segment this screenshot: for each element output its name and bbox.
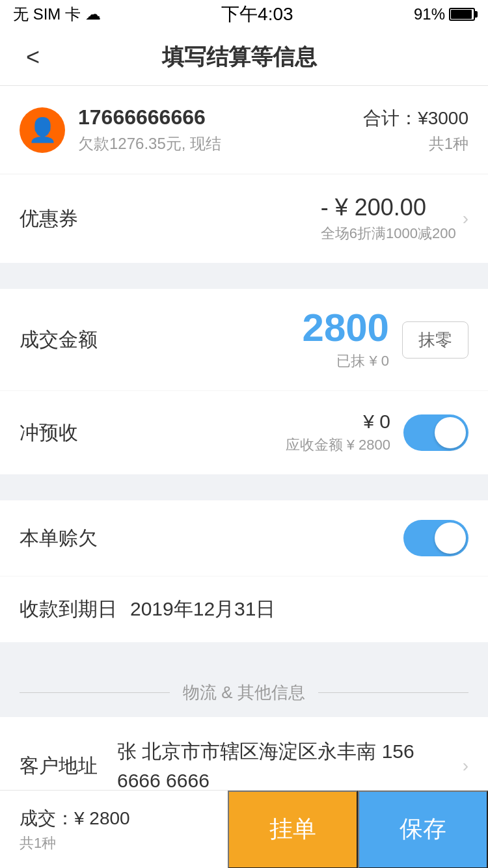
status-right: 91% <box>414 5 475 23</box>
debt-toggle-knob <box>435 522 466 554</box>
coupon-label: 优惠券 <box>20 206 78 232</box>
transaction-label: 成交金额 <box>20 327 98 353</box>
debt-section: 本单赊欠 收款到期日 2019年12月31日 <box>0 500 488 642</box>
battery-icon <box>449 8 475 21</box>
transaction-right: 2800 已抹 ¥ 0 抹零 <box>303 308 468 371</box>
bottom-bar: 成交：¥ 2800 共1种 挂单 保存 <box>0 790 488 868</box>
coupon-row[interactable]: 优惠券 - ¥ 200.00 全场6折满1000减200 › <box>0 174 488 263</box>
section-divider-3 <box>0 655 488 668</box>
precollect-amount: ¥ 0 <box>286 411 390 433</box>
divider-line-left <box>20 692 170 693</box>
bottom-deal-label: 成交： <box>20 808 74 828</box>
bottom-count: 共1种 <box>20 834 208 853</box>
logistics-divider: 物流 & 其他信息 <box>0 668 488 717</box>
transaction-amount: 2800 <box>303 308 389 347</box>
save-button[interactable]: 保存 <box>358 791 488 869</box>
precollect-right: ¥ 0 应收金额 ¥ 2800 <box>286 411 468 455</box>
divider-line-right <box>318 692 468 693</box>
battery-percent: 91% <box>414 5 445 23</box>
precollect-toggle[interactable] <box>403 414 468 451</box>
coupon-detail: 全场6折满1000减200 <box>321 224 456 243</box>
status-bar: 无 SIM 卡 ☁ 下午4:03 91% <box>0 0 488 29</box>
logistics-divider-text: 物流 & 其他信息 <box>170 681 318 704</box>
address-value: 张 北京市市辖区海淀区永丰南 156 6666 6666 <box>117 737 463 795</box>
customer-details: 17666666666 欠款1276.35元, 现结 <box>78 105 221 154</box>
coupon-discount: - ¥ 200.00 <box>321 194 456 221</box>
coupon-info: - ¥ 200.00 全场6折满1000减200 <box>321 194 456 243</box>
due-date-label: 收款到期日 <box>20 596 117 623</box>
coupon-right: - ¥ 200.00 全场6折满1000减200 › <box>321 194 468 243</box>
transaction-sub: 已抹 ¥ 0 <box>303 351 389 371</box>
customer-left: 👤 17666666666 欠款1276.35元, 现结 <box>20 105 221 154</box>
section-divider-2 <box>0 487 488 500</box>
bottom-summary: 成交：¥ 2800 共1种 <box>0 806 228 853</box>
bottom-deal-row: 成交：¥ 2800 <box>20 806 208 831</box>
total-value: ¥3000 <box>418 108 468 128</box>
debt-toggle[interactable] <box>403 520 468 556</box>
avatar: 👤 <box>20 107 65 153</box>
round-button[interactable]: 抹零 <box>402 321 468 359</box>
customer-note: 欠款1276.35元, 现结 <box>78 133 221 154</box>
transaction-amount-block: 2800 已抹 ¥ 0 <box>303 308 389 371</box>
avatar-icon: 👤 <box>28 116 57 144</box>
precollect-row: 冲预收 ¥ 0 应收金额 ¥ 2800 <box>0 391 488 474</box>
transaction-row: 成交金额 2800 已抹 ¥ 0 抹零 <box>0 289 488 391</box>
precollect-amount-block: ¥ 0 应收金额 ¥ 2800 <box>286 411 390 455</box>
precollect-label: 冲预收 <box>20 420 78 446</box>
bottom-deal-value: ¥ 2800 <box>74 808 130 828</box>
due-date-value: 2019年12月31日 <box>130 596 275 623</box>
address-chevron-icon: › <box>463 755 468 776</box>
debt-label: 本单赊欠 <box>20 525 98 552</box>
section-divider-1 <box>0 276 488 289</box>
debt-row: 本单赊欠 <box>0 500 488 576</box>
total-label: 合计： <box>363 108 418 128</box>
coupon-chevron-icon: › <box>463 208 468 229</box>
status-time: 下午4:03 <box>221 2 293 27</box>
toggle-knob <box>435 417 466 448</box>
transaction-section: 成交金额 2800 已抹 ¥ 0 抹零 冲预收 ¥ 0 应收金额 ¥ 2800 <box>0 289 488 474</box>
customer-info-row: 👤 17666666666 欠款1276.35元, 现结 合计：¥3000 共1… <box>0 86 488 174</box>
debt-right <box>403 520 468 556</box>
page-title: 填写结算等信息 <box>46 42 432 72</box>
customer-phone: 17666666666 <box>78 105 221 129</box>
hang-order-button[interactable]: 挂单 <box>228 791 358 869</box>
customer-total: 合计：¥3000 共1种 <box>363 106 468 154</box>
back-button[interactable]: < <box>20 37 46 77</box>
nav-bar: < 填写结算等信息 <box>0 29 488 86</box>
total-count: 共1种 <box>363 133 468 154</box>
total-label-value: 合计：¥3000 <box>363 106 468 131</box>
sim-label: 无 SIM 卡 ☁ <box>13 4 101 25</box>
customer-card: 👤 17666666666 欠款1276.35元, 现结 合计：¥3000 共1… <box>0 86 488 263</box>
status-left: 无 SIM 卡 ☁ <box>13 4 101 25</box>
precollect-sub: 应收金额 ¥ 2800 <box>286 435 390 455</box>
due-date-row: 收款到期日 2019年12月31日 <box>0 576 488 642</box>
address-label: 客户地址 <box>20 753 98 780</box>
